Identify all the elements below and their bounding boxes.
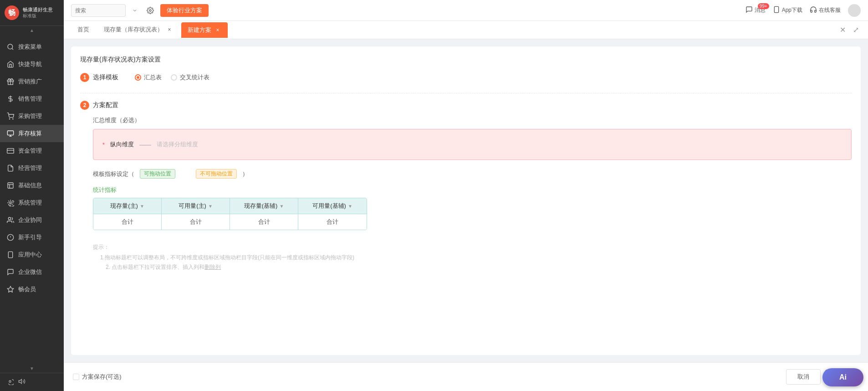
sidebar-item-inventory[interactable]: 库存核算 bbox=[0, 125, 64, 142]
sidebar-item-member[interactable]: 畅会员 bbox=[0, 281, 64, 298]
ai-float-btn[interactable]: Ai bbox=[822, 368, 863, 386]
scroll-up-indicator[interactable]: ▲ bbox=[0, 26, 64, 35]
online-service-btn[interactable]: 在线客服 bbox=[810, 6, 841, 15]
svg-marker-24 bbox=[19, 379, 21, 383]
sidebar-item-sales[interactable]: 销售管理 bbox=[0, 90, 64, 108]
cooperation-icon bbox=[6, 216, 15, 224]
sidebar-item-label-finance: 资金管理 bbox=[18, 147, 42, 155]
sidebar-item-cooperation[interactable]: 企业协同 bbox=[0, 211, 64, 229]
sidebar-item-label-wechat: 企业微信 bbox=[18, 268, 42, 276]
app-logo-icon: 畅 bbox=[5, 5, 19, 20]
stats-col-1-chevron: ▼ bbox=[140, 204, 144, 209]
sidebar-item-marketing[interactable]: 营销推广 bbox=[0, 73, 64, 90]
svg-point-15 bbox=[10, 202, 11, 204]
tab-new-scheme[interactable]: 新建方案 × bbox=[181, 22, 228, 38]
save-scheme-checkbox-box[interactable] bbox=[73, 374, 79, 380]
sidebar-item-onboard[interactable]: 新手引导 bbox=[0, 229, 64, 246]
sidebar-item-app-center[interactable]: 应用中心 bbox=[0, 246, 64, 263]
sidebar-item-label-cooperation: 企业协同 bbox=[18, 216, 42, 224]
sidebar-footer bbox=[0, 373, 64, 391]
tab-new-scheme-label: 新建方案 bbox=[188, 26, 211, 34]
tab-inventory[interactable]: 现存量（库存状况表） × bbox=[97, 22, 179, 38]
sidebar-item-quick-nav[interactable]: 快捷导航 bbox=[0, 56, 64, 73]
step2-section: 2 方案配置 汇总维度（必选） * 纵向维度 —— 请选择分组维度 bbox=[80, 101, 852, 278]
stats-col-2-data: 合计 bbox=[162, 214, 230, 230]
tips-section: 提示： 1.拖动标题栏可以调整布局，不可跨维度或指标区域拖动栏目字段(只能在同一… bbox=[93, 239, 852, 278]
step2-form: 汇总维度（必选） * 纵向维度 —— 请选择分组维度 模板指标设定（ bbox=[80, 116, 852, 278]
svg-line-1 bbox=[12, 48, 13, 50]
sidebar-item-label-purchase: 采购管理 bbox=[18, 112, 42, 120]
app-download-label: App下载 bbox=[782, 6, 802, 14]
header-gear-btn[interactable] bbox=[145, 5, 156, 16]
dimension-form-label: 汇总维度（必选） bbox=[93, 116, 852, 124]
template-radio-group: 汇总表 交叉统计表 bbox=[135, 73, 209, 82]
settings-footer-btn[interactable] bbox=[6, 378, 14, 386]
online-service-label: 在线客服 bbox=[819, 6, 841, 14]
svg-rect-26 bbox=[774, 6, 778, 12]
sidebar-item-system[interactable]: 系统管理 bbox=[0, 194, 64, 211]
sidebar-item-purchase[interactable]: 采购管理 bbox=[0, 108, 64, 125]
top-header: 体验行业方案 消息 99+ App下载 在线客服 bbox=[64, 0, 868, 21]
tab-close-window-btn[interactable]: ✕ bbox=[838, 25, 848, 35]
tab-new-scheme-close[interactable]: × bbox=[214, 26, 221, 34]
tab-expand-btn[interactable]: ⤢ bbox=[851, 25, 861, 35]
step1-section: 1 选择模板 汇总表 交叉统计表 bbox=[80, 73, 852, 82]
stats-col-3-header[interactable]: 现存量(基辅) ▼ bbox=[230, 198, 298, 214]
save-scheme-checkbox[interactable]: 方案保存(可选) bbox=[73, 373, 122, 381]
svg-rect-20 bbox=[8, 252, 12, 257]
dimension-dash: —— bbox=[139, 141, 151, 148]
header-dropdown-btn[interactable] bbox=[129, 5, 140, 16]
sidebar-item-label-app-center: 应用中心 bbox=[18, 251, 42, 259]
basic-icon bbox=[6, 181, 15, 190]
tips-item-2-text: 2. 点击标题栏下拉可设置排序、插入列和 bbox=[100, 264, 204, 270]
speaker-footer-btn[interactable] bbox=[18, 378, 26, 386]
sidebar-item-search[interactable]: 搜索菜单 bbox=[0, 38, 64, 56]
stats-col-2-header[interactable]: 可用量(主) ▼ bbox=[162, 198, 230, 214]
radio-summary-label: 汇总表 bbox=[144, 73, 162, 82]
tab-bar: 首页 现存量（库存状况表） × 新建方案 × ✕ ⤢ bbox=[64, 21, 868, 39]
step2-title: 方案配置 bbox=[93, 101, 118, 109]
stats-col-4-header[interactable]: 可用量(基辅) ▼ bbox=[298, 198, 367, 214]
radio-summary-circle bbox=[135, 74, 141, 81]
svg-rect-7 bbox=[7, 131, 13, 135]
sidebar-logo: 畅 畅康通好生意 标准版 bbox=[0, 0, 64, 26]
tips-item-1: 1.拖动标题栏可以调整布局，不可跨维度或指标区域拖动栏目字段(只能在同一维度或指… bbox=[93, 254, 852, 262]
scroll-down-indicator[interactable]: ▼ bbox=[0, 364, 64, 373]
tab-home[interactable]: 首页 bbox=[71, 22, 96, 38]
member-icon bbox=[6, 285, 15, 293]
indicator-label-row: 模板指标设定（ 可拖动位置 不可拖动位置 ） bbox=[93, 169, 852, 179]
dimension-row: * 纵向维度 —— 请选择分组维度 bbox=[102, 140, 842, 149]
dimension-area: * 纵向维度 —— 请选择分组维度 bbox=[93, 129, 852, 160]
sidebar-item-label-marketing: 营销推广 bbox=[18, 77, 42, 86]
tab-inventory-close[interactable]: × bbox=[166, 26, 173, 33]
stats-col-1-header[interactable]: 现存量(主) ▼ bbox=[93, 198, 162, 214]
stats-title: 统计指标 bbox=[93, 186, 852, 194]
step2-header: 2 方案配置 bbox=[80, 101, 852, 110]
system-icon bbox=[6, 199, 15, 207]
gift-icon bbox=[6, 77, 15, 86]
app-download-icon bbox=[773, 6, 780, 15]
svg-rect-12 bbox=[8, 183, 13, 188]
sidebar-item-label-inventory: 库存核算 bbox=[18, 129, 42, 138]
sidebar-item-basic[interactable]: 基础信息 bbox=[0, 177, 64, 194]
page-content: 现存量(库存状况表)方案设置 1 选择模板 汇总表 bbox=[64, 39, 868, 362]
sidebar-item-operations[interactable]: 经营管理 bbox=[0, 159, 64, 177]
stats-data-row: 合计 合计 合计 合计 bbox=[93, 214, 367, 230]
svg-point-0 bbox=[8, 44, 13, 49]
radio-cross[interactable]: 交叉统计表 bbox=[171, 73, 209, 82]
step1-number: 1 bbox=[80, 73, 89, 82]
svg-marker-22 bbox=[7, 286, 13, 292]
sidebar-item-wechat[interactable]: 企业微信 bbox=[0, 263, 64, 281]
tips-delete-link[interactable]: 删除列 bbox=[204, 264, 221, 270]
messages-btn[interactable]: 消息 99+ bbox=[745, 6, 766, 15]
cancel-button[interactable]: 取消 bbox=[786, 369, 821, 385]
sidebar-item-finance[interactable]: 资金管理 bbox=[0, 142, 64, 159]
stats-col-3-chevron: ▼ bbox=[279, 204, 284, 209]
trial-btn[interactable]: 体验行业方案 bbox=[160, 4, 209, 17]
radio-summary[interactable]: 汇总表 bbox=[135, 73, 162, 82]
main-area: 体验行业方案 消息 99+ App下载 在线客服 bbox=[64, 0, 868, 391]
step1-title: 选择模板 bbox=[93, 73, 118, 82]
header-search-input[interactable] bbox=[71, 4, 126, 17]
app-download-btn[interactable]: App下载 bbox=[773, 6, 802, 15]
stats-col-4-label: 可用量(基辅) bbox=[312, 202, 346, 210]
